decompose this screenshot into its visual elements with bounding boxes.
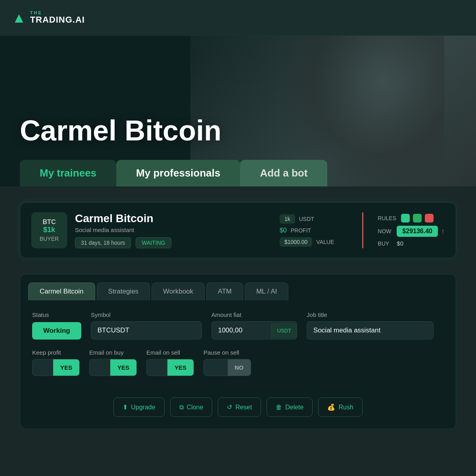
delete-label: Delete (285, 404, 303, 411)
rush-label: Rush (338, 404, 353, 411)
amount-label: Amount fiat (211, 311, 297, 318)
tabs-bar: My trainees My professionals Add a bot (20, 160, 327, 186)
status-button[interactable]: Working (32, 322, 81, 340)
bot-status-badge: WAITING (136, 237, 171, 248)
upgrade-button[interactable]: ⬆ Upgrade (113, 397, 164, 417)
stat-usdt-amount: 1k (280, 214, 295, 224)
emailbuy-label: Email on buy (89, 349, 137, 356)
logo-area: ▲ THE TRADING.AI (12, 10, 85, 25)
form-group-amount: Amount fiat USDT (211, 311, 297, 340)
keepprofit-yes-btn[interactable]: YES (53, 359, 79, 376)
rush-icon: 💰 (327, 403, 335, 411)
form-group-jobtitle: Job title (307, 311, 434, 340)
bot-price-label: $1k (39, 226, 59, 234)
arrow-up-icon: ↑ (441, 227, 445, 236)
tab-add-bot[interactable]: Add a bot (240, 160, 327, 186)
hero-section: Carmel Bitcoin My trainees My profession… (0, 36, 476, 186)
top-nav: ▲ THE TRADING.AI (0, 0, 476, 36)
bot-type-label: BUYER (39, 236, 59, 242)
detail-panel: Carmel Bitcoin Strategies Workbook ATM M… (20, 274, 456, 429)
stat-profit-label: PROFIT (291, 227, 315, 234)
detail-tab-ml[interactable]: ML / AI (245, 282, 288, 300)
detail-tab-strategies[interactable]: Strategies (97, 282, 150, 300)
emailsell-yes-btn[interactable]: YES (167, 359, 194, 376)
form-area: Status Working Symbol Amount fiat USDT J… (20, 300, 456, 390)
bot-badges: 31 days, 18 hours WAITING (75, 237, 272, 248)
symbol-input[interactable] (91, 321, 202, 340)
main-content: BTC $1k BUYER Carmel Bitcoin Social medi… (0, 186, 476, 476)
buy-row: BUY $0 (378, 240, 445, 247)
buy-label: BUY (378, 240, 393, 247)
form-group-symbol: Symbol (91, 311, 202, 340)
emailsell-spacer (147, 363, 167, 372)
rule-dot-2 (413, 214, 422, 223)
buy-value: $0 (397, 240, 403, 247)
form-group-emailbuy: Email on buy YES (89, 349, 137, 376)
pausesell-no-btn[interactable]: NO (228, 359, 251, 376)
bot-name: Carmel Bitcoin (75, 212, 272, 225)
amount-input[interactable] (212, 322, 271, 339)
now-label: NOW (378, 228, 393, 234)
detail-tab-workbook[interactable]: Workbook (152, 282, 205, 300)
reset-label: Reset (235, 404, 252, 411)
symbol-label: Symbol (91, 311, 202, 318)
tab-my-professionals[interactable]: My professionals (116, 160, 240, 186)
tab-my-trainees[interactable]: My trainees (20, 160, 116, 186)
form-group-emailsell: Email on sell YES (146, 349, 194, 376)
clone-button[interactable]: ⧉ Clone (170, 397, 213, 417)
emailbuy-spacer (90, 363, 110, 372)
hero-title: Carmel Bitcoin (20, 114, 221, 147)
jobtitle-input[interactable] (307, 321, 434, 340)
bot-coin-label: BTC (39, 219, 59, 226)
form-row-2: Keep profit YES Email on buy YES Email o… (32, 349, 444, 376)
upgrade-icon: ⬆ (123, 403, 128, 411)
pausesell-label: Pause on sell (203, 349, 251, 356)
clone-label: Clone (187, 404, 203, 411)
reset-button[interactable]: ↺ Reset (218, 397, 261, 417)
now-value: $29136.40 (397, 226, 438, 237)
logo-triangle-icon: ▲ (12, 11, 26, 25)
stat-usdt-row: 1k USDT (280, 214, 340, 224)
bot-info: Carmel Bitcoin Social media assistant 31… (75, 212, 272, 248)
clone-icon: ⧉ (179, 404, 184, 411)
emailsell-label: Email on sell (146, 349, 194, 356)
pausesell-toggle: NO (203, 359, 251, 376)
stat-usdt-label: USDT (299, 216, 323, 222)
form-group-status: Status Working (32, 311, 81, 340)
rule-dot-3 (425, 214, 434, 223)
detail-tab-atm[interactable]: ATM (206, 282, 243, 300)
delete-icon: 🗑 (276, 404, 282, 411)
rules-col: RULES NOW $29136.40 ↑ BUY $0 (378, 214, 445, 247)
jobtitle-label: Job title (307, 311, 434, 318)
emailbuy-yes-btn[interactable]: YES (110, 359, 136, 376)
stat-profit-row: $0 PROFIT (280, 227, 340, 234)
action-row: ⬆ Upgrade ⧉ Clone ↺ Reset 🗑 Delete 💰 Rus… (20, 390, 456, 417)
stat-value-row: $1000.00 VALUE (280, 237, 340, 247)
bot-icon-block: BTC $1k BUYER (31, 212, 67, 248)
amount-input-wrapper: USDT (211, 321, 297, 340)
keepprofit-spacer (33, 363, 53, 372)
form-group-pausesell: Pause on sell NO (203, 349, 251, 376)
stat-value-label: VALUE (316, 239, 340, 245)
stat-divider (362, 212, 363, 248)
stat-profit-value: $0 (280, 227, 287, 234)
detail-tab-carmel[interactable]: Carmel Bitcoin (28, 282, 95, 300)
bot-card: BTC $1k BUYER Carmel Bitcoin Social medi… (20, 202, 456, 258)
now-row: NOW $29136.40 ↑ (378, 226, 445, 237)
bot-time-badge: 31 days, 18 hours (75, 237, 131, 248)
stat-value-amount: $1000.00 (280, 237, 312, 247)
bot-subtitle: Social media assistant (75, 226, 272, 233)
rule-dot-1 (401, 214, 410, 223)
logo-text: THE TRADING.AI (30, 10, 85, 25)
status-label: Status (32, 311, 81, 318)
rules-label: RULES (378, 215, 396, 221)
upgrade-label: Upgrade (131, 404, 155, 411)
form-row-1: Status Working Symbol Amount fiat USDT J… (32, 311, 444, 340)
delete-button[interactable]: 🗑 Delete (267, 397, 313, 417)
keepprofit-label: Keep profit (32, 349, 80, 356)
form-group-keepprofit: Keep profit YES (32, 349, 80, 376)
pausesell-spacer (204, 363, 228, 372)
rules-row: RULES (378, 214, 445, 223)
rush-button[interactable]: 💰 Rush (318, 397, 362, 417)
logo-trading: TRADING.AI (30, 15, 85, 25)
